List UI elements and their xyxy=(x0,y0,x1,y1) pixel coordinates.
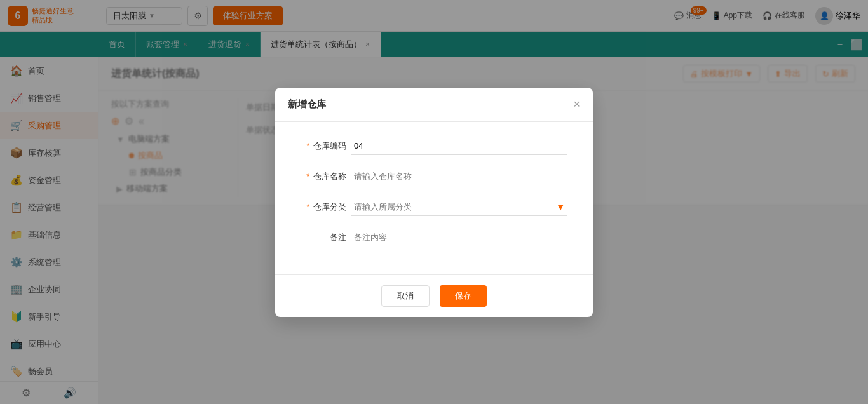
modal-title: 新增仓库 xyxy=(288,98,326,111)
form-row-warehouse-category: * 仓库分类 ▼ xyxy=(301,198,567,216)
required-mark-1: * xyxy=(306,141,309,151)
warehouse-category-label: * 仓库分类 xyxy=(301,201,351,213)
required-mark-2: * xyxy=(306,172,309,181)
warehouse-name-label: * 仓库名称 xyxy=(301,171,351,182)
content-area: 进货单统计(按商品) 🖨 按模板打印 ▼ ⬆ 导出 ↻ 刷新 xyxy=(98,57,868,404)
form-row-warehouse-code: * 仓库编码 xyxy=(301,137,567,155)
warehouse-category-select-row: ▼ xyxy=(351,198,567,216)
warehouse-name-input[interactable] xyxy=(351,168,567,185)
warehouse-code-input[interactable] xyxy=(351,137,567,155)
modal-footer: 取消 保存 xyxy=(275,274,593,317)
modal-overlay: 新增仓库 × * 仓库编码 * xyxy=(98,57,868,404)
modal-header: 新增仓库 × xyxy=(275,88,593,122)
note-input[interactable] xyxy=(351,229,567,246)
add-warehouse-modal: 新增仓库 × * 仓库编码 * xyxy=(275,88,593,317)
form-row-warehouse-name: * 仓库名称 xyxy=(301,168,567,185)
modal-close-icon[interactable]: × xyxy=(573,98,580,111)
cancel-button[interactable]: 取消 xyxy=(381,285,430,307)
note-label: 备注 xyxy=(301,232,351,243)
form-row-note: 备注 xyxy=(301,229,567,246)
category-dropdown-icon[interactable]: ▼ xyxy=(556,202,565,212)
warehouse-category-input[interactable] xyxy=(351,198,567,216)
warehouse-code-label: * 仓库编码 xyxy=(301,140,351,152)
save-button[interactable]: 保存 xyxy=(440,285,487,307)
modal-body: * 仓库编码 * 仓库名称 xyxy=(275,122,593,274)
main-layout: 🏠 首页 📈 销售管理 🛒 采购管理 📦 库存核算 💰 资金管理 📋 经营管理 … xyxy=(0,57,868,404)
required-mark-3: * xyxy=(306,202,309,212)
